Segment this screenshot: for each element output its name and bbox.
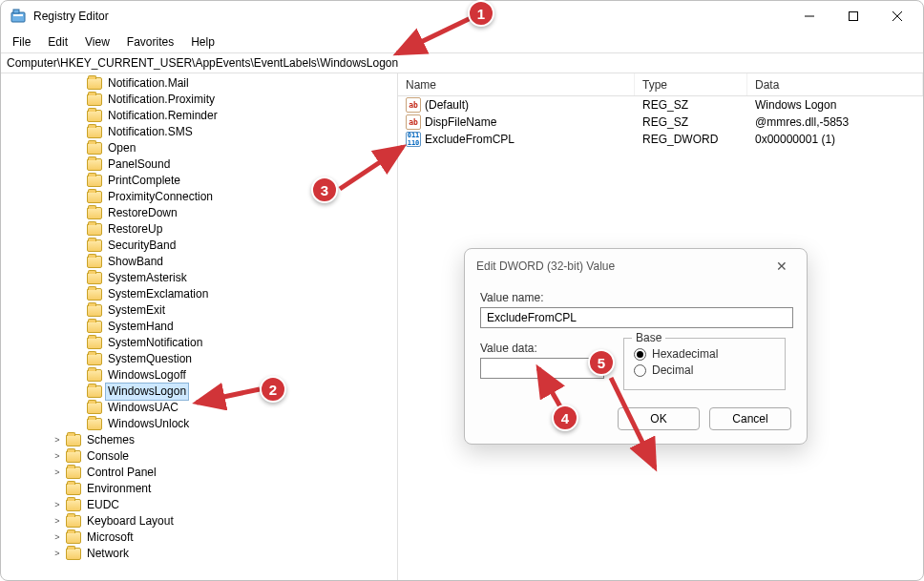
tree-item-windowsuac[interactable]: WindowsUAC [74,400,397,416]
chevron-icon[interactable]: > [52,529,62,546]
tree-label: WindowsLogon [106,384,188,400]
menu-file[interactable]: File [5,33,38,51]
value-type: REG_SZ [639,115,751,129]
tree-label: SystemExit [106,302,167,319]
tree-item-eudc[interactable]: >EUDC [52,497,397,513]
callout-1: 1 [468,0,494,27]
value-data: @mmres.dll,-5853 [751,115,923,129]
value-type: REG_SZ [639,98,751,112]
radio-decimal[interactable]: Decimal [634,363,775,377]
tree-label: WindowsLogoff [106,367,188,384]
tree-item-systemquestion[interactable]: SystemQuestion [74,351,397,367]
value-data: Windows Logon [751,98,923,112]
chevron-icon[interactable]: > [52,497,62,513]
tree-label: RestoreUp [106,221,164,238]
chevron-icon[interactable]: > [52,432,62,448]
string-value-icon: ab [406,114,421,130]
minimize-button[interactable] [788,1,831,31]
col-data[interactable]: Data [747,73,923,95]
tree-label: Notification.SMS [106,124,195,140]
folder-icon [87,272,102,284]
tree-label: Notification.Mail [106,75,191,92]
folder-icon [87,321,102,333]
folder-icon [66,531,81,544]
dword-value-icon: 011110 [406,132,421,147]
maximize-button[interactable] [831,1,875,31]
tree-label: EUDC [85,497,121,513]
menubar: File Edit View Favorites Help [1,31,923,52]
tree-item-windowslogoff[interactable]: WindowsLogoff [74,367,397,384]
menu-help[interactable]: Help [183,33,222,51]
radio-dec-label: Decimal [652,363,693,377]
tree-item-windowsunlock[interactable]: WindowsUnlock [74,416,397,432]
chevron-icon[interactable]: > [52,448,62,465]
folder-icon [87,77,102,90]
tree-item-notification-proximity[interactable]: Notification.Proximity [74,92,397,108]
tree-item-systemexclamation[interactable]: SystemExclamation [74,286,397,302]
list-header[interactable]: Name Type Data [398,73,923,96]
cancel-button[interactable]: Cancel [709,407,791,430]
value-data: 0x00000001 (1) [751,133,923,146]
tree-label: SystemAsterisk [106,270,189,286]
folder-icon [87,93,102,106]
tree-label: Console [85,448,131,465]
tree-item-microsoft[interactable]: >Microsoft [52,529,397,546]
tree-item-windowslogon[interactable]: WindowsLogon [74,384,397,400]
tree-item-notification-sms[interactable]: Notification.SMS [74,124,397,140]
tree-item-notification-mail[interactable]: Notification.Mail [74,75,397,92]
value-data-input[interactable] [480,358,604,379]
tree-item-open[interactable]: Open [74,140,397,156]
chevron-icon[interactable]: > [52,513,62,529]
tree-item-systemexit[interactable]: SystemExit [74,302,397,319]
tree-item-notification-reminder[interactable]: Notification.Reminder [74,108,397,124]
col-name[interactable]: Name [398,73,635,95]
tree-label: SystemExclamation [106,286,210,302]
tree-item-schemes[interactable]: >Schemes [52,432,397,448]
tree-item-proximityconnection[interactable]: ProximityConnection [74,189,397,205]
tree-item-network[interactable]: >Network [52,546,397,562]
tree-item-showband[interactable]: ShowBand [74,254,397,270]
tree-item-systemasterisk[interactable]: SystemAsterisk [74,270,397,286]
tree-item-control-panel[interactable]: >Control Panel [52,465,397,481]
tree-item-systemnotification[interactable]: SystemNotification [74,335,397,351]
col-type[interactable]: Type [635,73,747,95]
tree-label: ProximityConnection [106,189,215,205]
tree-item-environment[interactable]: Environment [52,481,397,497]
tree-label: Microsoft [85,529,136,546]
folder-icon [66,450,81,463]
address-bar[interactable]: Computer\HKEY_CURRENT_USER\AppEvents\Eve… [1,52,923,73]
close-button[interactable] [875,1,919,31]
menu-edit[interactable]: Edit [40,33,75,51]
chevron-icon[interactable]: > [52,465,62,481]
tree-item-printcomplete[interactable]: PrintComplete [74,173,397,189]
folder-icon [87,353,102,365]
list-row[interactable]: abDispFileNameREG_SZ@mmres.dll,-5853 [398,114,923,131]
tree-item-securityband[interactable]: SecurityBand [74,238,397,254]
folder-icon [87,418,102,430]
tree-item-console[interactable]: >Console [52,448,397,465]
radio-hexadecimal[interactable]: Hexadecimal [634,347,775,361]
svg-rect-2 [13,14,23,16]
tree-label: SystemNotification [106,335,204,351]
dialog-close-button[interactable]: ✕ [768,255,795,278]
chevron-icon[interactable]: > [52,546,62,562]
tree-panel[interactable]: Notification.MailNotification.ProximityN… [1,73,398,580]
list-row[interactable]: 011110ExcludeFromCPLREG_DWORD0x00000001 … [398,131,923,148]
tree-item-restoredown[interactable]: RestoreDown [74,205,397,221]
address-text: Computer\HKEY_CURRENT_USER\AppEvents\Eve… [7,56,398,70]
menu-favorites[interactable]: Favorites [119,33,181,51]
folder-icon [87,191,102,203]
list-row[interactable]: ab(Default)REG_SZWindows Logon [398,96,923,114]
tree-item-systemhand[interactable]: SystemHand [74,319,397,335]
radio-hex-label: Hexadecimal [652,347,718,361]
tree-item-keyboard-layout[interactable]: >Keyboard Layout [52,513,397,529]
menu-view[interactable]: View [77,33,117,51]
window-title: Registry Editor [33,10,788,23]
dialog-title: Edit DWORD (32-bit) Value [476,259,615,273]
value-name-input[interactable] [480,307,793,328]
ok-button[interactable]: OK [618,407,700,430]
folder-icon [87,175,102,187]
tree-item-restoreup[interactable]: RestoreUp [74,221,397,238]
callout-5: 5 [588,349,615,376]
tree-item-panelsound[interactable]: PanelSound [74,156,397,173]
